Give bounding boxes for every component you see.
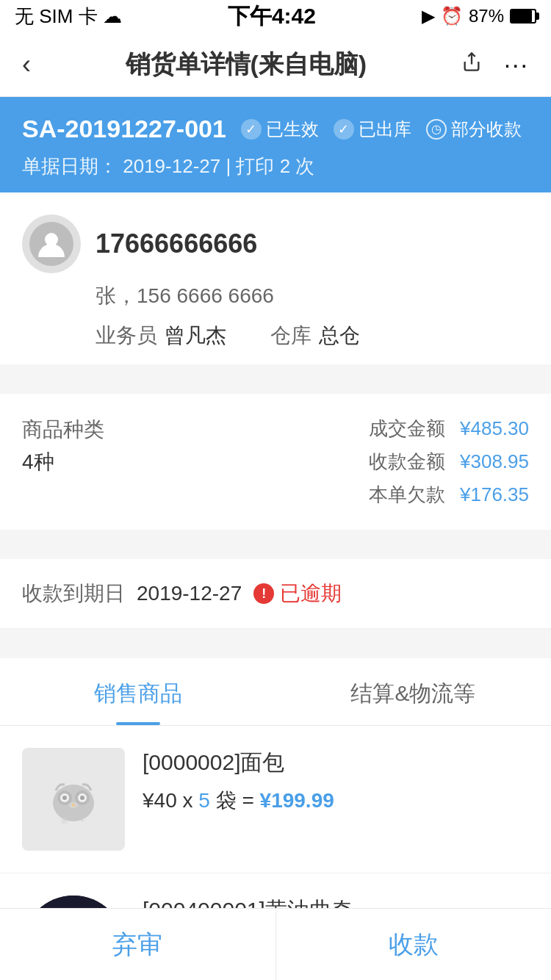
- banner-top: SA-20191227-001 ✓ 已生效 ✓ 已出库 ◷ 部分收款: [22, 115, 529, 143]
- nav-actions: ···: [461, 50, 529, 79]
- badge-shipped: ✓ 已出库: [334, 118, 411, 141]
- order-date-row: 单据日期： 2019-12-27 | 打印 2 次: [22, 154, 529, 179]
- price-unit-label-1: 袋: [216, 789, 237, 812]
- customer-top: 17666666666: [22, 215, 529, 273]
- check-icon-active: ✓: [241, 119, 262, 140]
- badge-partial-label: 部分收款: [451, 118, 522, 141]
- debt-value: ¥176.35: [460, 483, 529, 506]
- received-row: 收款金额 ¥308.95: [369, 449, 529, 475]
- battery-icon: [510, 9, 536, 24]
- product-thumbnail-1: 兽 +: [22, 748, 125, 851]
- svg-point-7: [62, 796, 67, 800]
- received-label: 收款金额: [369, 449, 445, 475]
- location-icon: ▶: [422, 6, 435, 26]
- overdue-icon: !: [253, 583, 274, 604]
- debt-row: 本单欠款 ¥176.35: [369, 482, 529, 508]
- svg-point-8: [80, 796, 84, 800]
- price-qty-1: 5: [198, 789, 210, 812]
- warehouse-value: 总仓: [319, 322, 360, 350]
- sales-value: 曾凡杰: [165, 322, 226, 350]
- cancel-label: 弃审: [112, 928, 162, 962]
- sales-label: 业务员: [96, 322, 157, 350]
- debt-label: 本单欠款: [369, 482, 445, 508]
- check-icon-shipped: ✓: [334, 119, 354, 140]
- order-id: SA-20191227-001: [22, 115, 226, 143]
- warehouse-label: 仓库: [270, 322, 311, 350]
- product-item: 兽 + [0000002]面包 ¥40 x 5 袋 = ¥199.99: [0, 726, 551, 873]
- price-x-1: x: [183, 789, 199, 812]
- amount-row: 成交金额 ¥485.30: [369, 416, 529, 442]
- category-label: 商品种类: [22, 416, 104, 444]
- tabs-header: 销售商品 结算&物流等: [0, 658, 551, 726]
- nav-bar: ‹ 销货单详情(来自电脑) ···: [0, 32, 551, 97]
- date-label: 单据日期：: [22, 155, 118, 177]
- back-button[interactable]: ‹: [22, 49, 31, 80]
- order-header: SA-20191227-001 ✓ 已生效 ✓ 已出库 ◷ 部分收款 单据日期：…: [0, 97, 551, 192]
- avatar-icon: [29, 222, 73, 266]
- divider-2: [0, 530, 551, 544]
- more-icon[interactable]: ···: [504, 50, 529, 79]
- tab-settlement-label: 结算&物流等: [350, 681, 475, 705]
- price-unit-1: ¥40: [143, 789, 177, 812]
- clock-icon: ◷: [426, 119, 447, 140]
- tab-products-label: 销售商品: [94, 681, 182, 705]
- overdue-text: 已逾期: [280, 580, 342, 608]
- tab-products[interactable]: 销售商品: [0, 658, 276, 725]
- stats-right: 成交金额 ¥485.30 收款金额 ¥308.95 本单欠款 ¥176.35: [369, 416, 529, 508]
- product-price-1: ¥40 x 5 袋 = ¥199.99: [143, 789, 334, 812]
- confirm-button[interactable]: 收款: [276, 909, 552, 980]
- customer-section: 17666666666 张，156 6666 6666 业务员 曾凡杰 仓库 总…: [0, 192, 551, 364]
- badge-shipped-label: 已出库: [359, 118, 411, 141]
- warehouse-meta: 仓库 总仓: [270, 322, 360, 350]
- alarm-icon: ⏰: [441, 6, 463, 26]
- share-icon[interactable]: [461, 51, 482, 77]
- page-title: 销货单详情(来自电脑): [126, 48, 367, 82]
- svg-text:+: +: [80, 816, 84, 824]
- customer-meta: 业务员 曾凡杰 仓库 总仓: [96, 322, 529, 350]
- status-time: 下午4:42: [228, 1, 316, 32]
- product-price-row-1: ¥40 x 5 袋 = ¥199.99: [143, 787, 529, 815]
- tab-settlement[interactable]: 结算&物流等: [276, 658, 551, 725]
- received-value: ¥308.95: [460, 450, 529, 473]
- print-info: | 打印 2 次: [226, 155, 314, 177]
- divider-1: [0, 364, 551, 379]
- stats-section: 商品种类 4种 成交金额 ¥485.30 收款金额 ¥308.95 本单欠款 ¥…: [0, 394, 551, 530]
- avatar: [22, 215, 81, 273]
- badge-active-label: 已生效: [266, 118, 319, 141]
- product-name-1: [0000002]面包: [143, 748, 529, 778]
- customer-id: 17666666666: [96, 228, 257, 259]
- category-count: 4种: [22, 448, 104, 476]
- price-total-1: ¥199.99: [260, 789, 334, 812]
- price-equals-1: =: [242, 789, 259, 812]
- status-left: 无 SIM 卡 ☁: [15, 4, 122, 29]
- due-label: 收款到期日: [22, 580, 125, 608]
- status-bar: 无 SIM 卡 ☁ 下午4:42 ▶ ⏰ 87%: [0, 0, 551, 32]
- status-right: ▶ ⏰ 87%: [422, 6, 536, 26]
- svg-text:兽: 兽: [61, 816, 68, 824]
- amount-value: ¥485.30: [460, 417, 529, 440]
- order-date: 2019-12-27: [123, 155, 220, 177]
- sales-meta: 业务员 曾凡杰: [96, 322, 226, 350]
- cancel-button[interactable]: 弃审: [0, 909, 276, 980]
- badge-partial: ◷ 部分收款: [426, 118, 522, 141]
- customer-info: 张，156 6666 6666: [96, 282, 529, 310]
- divider-3: [0, 629, 551, 644]
- due-date: 2019-12-27: [137, 582, 242, 605]
- bottom-bar: 弃审 收款: [0, 908, 551, 980]
- amount-label: 成交金额: [369, 416, 445, 442]
- confirm-label: 收款: [389, 928, 439, 962]
- badge-active: ✓ 已生效: [241, 118, 319, 141]
- stats-left: 商品种类 4种: [22, 416, 104, 476]
- battery-text: 87%: [469, 6, 504, 26]
- product-info-1: [0000002]面包 ¥40 x 5 袋 = ¥199.99: [143, 748, 529, 851]
- due-date-section: 收款到期日 2019-12-27 ! 已逾期: [0, 559, 551, 629]
- overdue-badge: ! 已逾期: [253, 580, 342, 608]
